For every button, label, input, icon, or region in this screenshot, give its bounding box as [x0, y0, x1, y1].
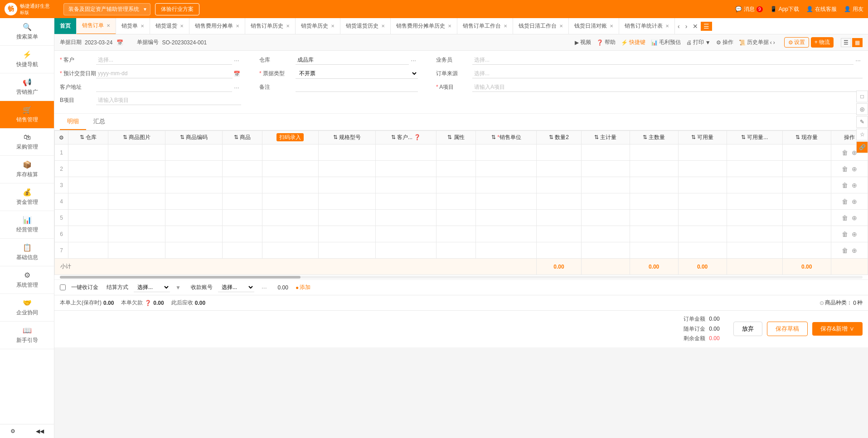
tab-daily-clear[interactable]: 钱货日清工作台 ✕ [513, 18, 569, 34]
cell-product-code[interactable] [165, 144, 222, 161]
cell-sales-unit[interactable] [476, 193, 537, 210]
cell-customer-code[interactable] [376, 226, 436, 242]
horizontal-scrollbar[interactable] [60, 276, 863, 279]
sidebar-item-system[interactable]: ⚙ 系统管理 [0, 266, 54, 294]
cell-property[interactable] [436, 193, 476, 210]
cell-product-img[interactable] [108, 226, 165, 242]
a-project-input[interactable] [472, 82, 863, 92]
cell-product-code[interactable] [165, 210, 222, 226]
sidebar-item-basic-info[interactable]: 📋 基础信息 [0, 239, 54, 266]
cell-stock[interactable] [782, 144, 831, 161]
history-next[interactable]: › [773, 39, 775, 46]
payment-method-select[interactable]: 选择... [134, 283, 170, 292]
cell-customer-code[interactable] [376, 161, 436, 177]
cell-product[interactable] [223, 144, 262, 161]
cell-qty2[interactable] [537, 144, 581, 161]
cell-available[interactable] [678, 144, 727, 161]
sidebar-collapse-icon[interactable]: ◀◀ [36, 428, 44, 434]
cell-spec[interactable] [319, 161, 376, 177]
cell-warehouse[interactable] [68, 193, 108, 210]
tab-close-icon[interactable]: ✕ [141, 24, 144, 29]
cell-property[interactable] [436, 210, 476, 226]
cell-property[interactable] [436, 177, 476, 193]
address-dots-icon[interactable]: ··· [232, 84, 241, 91]
system-selector[interactable]: 装备及固定资产辅助管理系统 ▼ [63, 3, 150, 15]
tab-close-icon[interactable]: ✕ [180, 24, 184, 29]
bank-account-select[interactable]: 选择... [218, 283, 254, 292]
add-payment-button[interactable]: ● 添加 [296, 284, 310, 291]
cell-warehouse[interactable] [68, 144, 108, 161]
delivery-calendar-icon[interactable]: 📅 [233, 71, 241, 77]
cell-available2[interactable] [727, 210, 782, 226]
delete-row-icon[interactable]: 🗑 [842, 231, 848, 238]
cell-sales-unit[interactable] [476, 177, 537, 193]
save-new-button[interactable]: 保存&新增 ∨ [812, 322, 863, 336]
cell-warehouse[interactable] [68, 177, 108, 193]
cell-spec[interactable] [319, 242, 376, 259]
cell-available2[interactable] [727, 242, 782, 259]
cell-main-qty[interactable] [630, 144, 678, 161]
cell-qty2[interactable] [537, 210, 581, 226]
delete-row-icon[interactable]: 🗑 [842, 247, 848, 254]
tab-close-icon[interactable]: ✕ [559, 24, 563, 29]
copy-row-icon[interactable]: ⊕ [852, 182, 857, 189]
grid-view-icon[interactable]: ▦ [852, 38, 863, 47]
rfb-5[interactable]: 🔗 [856, 141, 868, 153]
cell-product-img[interactable] [108, 242, 165, 259]
cell-product[interactable] [223, 210, 262, 226]
plan-button[interactable]: 体验行业方案 [155, 3, 199, 15]
tab-close-icon[interactable]: ✕ [286, 24, 290, 29]
cell-warehouse[interactable] [68, 242, 108, 259]
tab-reconciliation[interactable]: 钱货日清对账 ✕ [569, 18, 619, 34]
b-project-input[interactable] [96, 96, 241, 105]
delete-row-icon[interactable]: 🗑 [842, 182, 848, 189]
tab-home[interactable]: 首页 [54, 18, 77, 34]
tab-close-icon[interactable]: ✕ [504, 24, 507, 29]
copy-row-icon[interactable]: ⊕ [852, 198, 857, 205]
tab-order-workbench[interactable]: 销售订单工作台 ✕ [457, 18, 513, 34]
cell-main-unit[interactable] [581, 210, 630, 226]
cell-available2[interactable] [727, 177, 782, 193]
customer-dots-icon[interactable]: ··· [232, 57, 241, 64]
tab-return[interactable]: 销货退货 ✕ [150, 18, 189, 34]
cell-property[interactable] [436, 226, 476, 242]
rfb-3[interactable]: ✎ [856, 116, 868, 128]
sidebar-item-marketing[interactable]: 📢 营销推广 [0, 73, 54, 101]
delivery-date-input[interactable] [96, 69, 233, 78]
tab-close-icon[interactable]: ✕ [448, 24, 451, 29]
sidebar-item-search[interactable]: 🔍 搜索菜单 [0, 18, 54, 46]
cell-sales-unit[interactable] [476, 161, 537, 177]
cell-product-img[interactable] [108, 144, 165, 161]
cell-warehouse[interactable] [68, 210, 108, 226]
cell-available[interactable] [678, 226, 727, 242]
tab-expense-split[interactable]: 销售费用分摊单 ✕ [189, 18, 245, 34]
cell-main-unit[interactable] [581, 144, 630, 161]
cell-stock[interactable] [782, 226, 831, 242]
cell-product[interactable] [223, 242, 262, 259]
customer-address-input[interactable] [96, 82, 232, 92]
copy-row-icon[interactable]: ⊕ [852, 231, 857, 238]
cell-product[interactable] [223, 226, 262, 242]
cell-main-qty[interactable] [630, 242, 678, 259]
sidebar-item-corp[interactable]: 🤝 企业协同 [0, 294, 54, 322]
cell-main-unit[interactable] [581, 193, 630, 210]
history-btn[interactable]: 📜 历史单据 ‹ › [739, 39, 775, 46]
cell-main-unit[interactable] [581, 177, 630, 193]
cell-available2[interactable] [727, 193, 782, 210]
cell-main-qty[interactable] [630, 177, 678, 193]
calendar-icon[interactable]: 📅 [116, 39, 124, 46]
cell-main-qty[interactable] [630, 226, 678, 242]
cell-qty2[interactable] [537, 193, 581, 210]
delete-row-icon[interactable]: 🗑 [842, 214, 848, 221]
save-draft-button[interactable]: 保存草稿 [767, 322, 808, 336]
cell-product-code[interactable] [165, 226, 222, 242]
scroll-thumb[interactable] [60, 276, 301, 279]
invoice-type-select[interactable]: 不开票 [296, 68, 418, 79]
cell-customer-code[interactable] [376, 210, 436, 226]
tab-close-icon[interactable]: ✕ [610, 24, 613, 29]
cell-main-unit[interactable] [581, 242, 630, 259]
tab-close-icon[interactable]: ✕ [331, 24, 335, 29]
cell-warehouse[interactable] [68, 226, 108, 242]
cell-product-code[interactable] [165, 193, 222, 210]
sidebar-item-sales[interactable]: 🛒 销售管理 [0, 101, 54, 129]
